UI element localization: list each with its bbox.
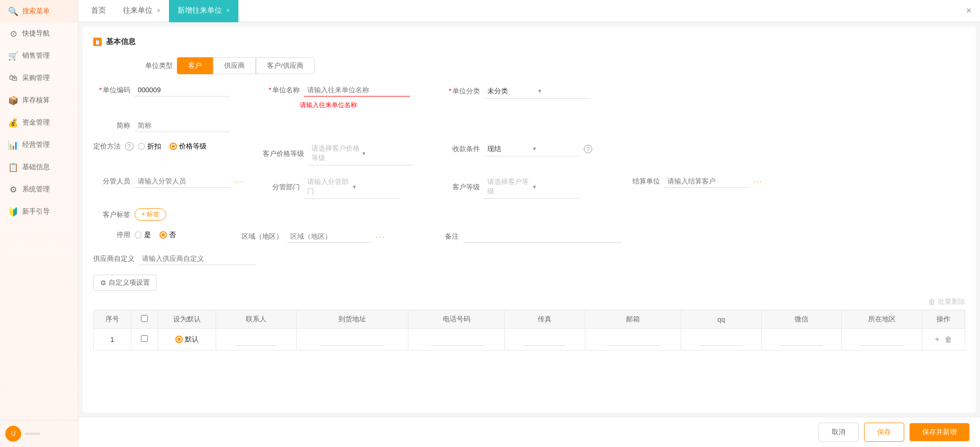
- disabled-radio-group: 是 否: [135, 230, 176, 240]
- payment-terms-select[interactable]: 现结 ▼: [484, 142, 580, 156]
- save-new-button[interactable]: 保存并新增: [910, 423, 969, 441]
- short-name-input[interactable]: [135, 119, 230, 132]
- customer-level-select[interactable]: 请选择客户等级 ▼: [484, 175, 580, 199]
- region-field: 区域（地区） ···: [242, 230, 422, 243]
- disabled-radio-yes[interactable]: 是: [135, 230, 151, 240]
- tab-new-unit-close[interactable]: ×: [226, 7, 230, 14]
- region-input[interactable]: [287, 230, 372, 243]
- th-seq: 序号: [94, 310, 131, 329]
- unit-category-select[interactable]: 未分类 ▼: [484, 84, 590, 99]
- dept-select[interactable]: 请输入分管部门 ▼: [304, 175, 399, 199]
- sidebar-item-system[interactable]: ⚙ 系统管理: [0, 178, 78, 200]
- row-area-input[interactable]: [861, 333, 903, 346]
- btn-supplier[interactable]: 供应商: [213, 57, 256, 74]
- th-phone: 电话号码: [408, 310, 505, 329]
- unit-main-row: *单位编码 *单位名称 请输入往来单位名称 *单位分类 未分类: [93, 84, 965, 110]
- th-wechat: 微信: [761, 310, 842, 329]
- finance-icon: 💰: [8, 118, 18, 127]
- tab-units[interactable]: 往来单位 ×: [114, 0, 169, 22]
- th-checkbox: [131, 310, 158, 329]
- trash-icon: 🗑: [928, 297, 936, 306]
- guide-icon: 🔰: [8, 207, 18, 216]
- inventory-icon: 📦: [8, 95, 18, 105]
- customer-price-level-field: 客户价格等级 请选择客户价格等级 ▼: [263, 142, 443, 165]
- customer-price-select[interactable]: 请选择客户价格等级 ▼: [308, 142, 414, 165]
- row-default-radio[interactable]: 默认: [164, 335, 211, 344]
- add-row-icon[interactable]: +: [934, 335, 939, 344]
- window-close-button[interactable]: ×: [961, 5, 976, 16]
- row-qq-input[interactable]: [700, 333, 742, 346]
- row-contact-input[interactable]: [235, 333, 277, 346]
- sidebar-item-finance[interactable]: 💰 资金管理: [0, 111, 78, 134]
- save-button[interactable]: 保存: [864, 423, 904, 442]
- tab-units-close[interactable]: ×: [157, 7, 161, 14]
- sidebar-item-guide[interactable]: 🔰 新手引导: [0, 200, 78, 223]
- supplier-custom-input[interactable]: [139, 252, 255, 265]
- radio-level-circle: [170, 143, 177, 150]
- sidebar-item-sales[interactable]: 🛒 销售管理: [0, 45, 78, 67]
- unit-type-row: 单位类型 客户 供应商 客户/供应商: [136, 57, 965, 74]
- row-phone-input[interactable]: [430, 333, 483, 346]
- settlement-more-icon[interactable]: ···: [753, 177, 763, 186]
- manager-input[interactable]: [135, 175, 230, 188]
- sidebar-item-quicknav[interactable]: ⊙ 快捷导航: [0, 22, 78, 45]
- row-seq: 1: [94, 329, 131, 350]
- bottom-bar: 取消 保存 保存并新增: [78, 417, 980, 447]
- basic-icon: 📋: [8, 162, 18, 172]
- sales-icon: 🛒: [8, 51, 18, 60]
- pricing-radio-group: 折扣 价格等级: [138, 142, 207, 151]
- remark-input[interactable]: [463, 230, 622, 243]
- add-tag-button[interactable]: + 标签: [135, 208, 166, 221]
- pricing-radio-level[interactable]: 价格等级: [170, 142, 207, 151]
- row-fax-input[interactable]: [523, 333, 566, 346]
- th-region: 所在地区: [842, 310, 922, 329]
- th-default: 设为默认: [158, 310, 216, 329]
- tab-home[interactable]: 首页: [83, 0, 114, 22]
- short-name-row: 简称: [93, 119, 965, 132]
- sidebar-item-basic[interactable]: 📋 基础信息: [0, 156, 78, 178]
- supplier-custom-field: 供应商自定义: [93, 252, 305, 265]
- main-area: 首页 往来单位 × 新增往来单位 × × 📋 基本信息 单位类型 客户 供应商 …: [78, 0, 980, 447]
- section-basic-info: 📋 基本信息: [93, 37, 965, 47]
- pricing-row: 定价方法 ? 折扣 价格等级 客户价格等级: [93, 142, 965, 165]
- btn-customer-supplier[interactable]: 客户/供应商: [256, 57, 315, 74]
- sidebar-item-search[interactable]: 🔍 搜索菜单: [0, 0, 78, 22]
- row-checkbox-input[interactable]: [141, 335, 148, 342]
- pricing-radio-discount[interactable]: 折扣: [138, 142, 161, 151]
- customer-level-arrow: ▼: [532, 184, 576, 190]
- radio-yes-circle: [135, 231, 142, 239]
- settlement-unit-input[interactable]: [664, 175, 749, 188]
- select-all-checkbox[interactable]: [141, 315, 148, 322]
- settings-gear-icon: ⚙: [100, 279, 106, 287]
- unit-name-input[interactable]: [304, 84, 410, 97]
- customer-price-arrow: ▼: [361, 151, 411, 156]
- pricing-help-icon[interactable]: ?: [125, 142, 133, 151]
- customer-level-field: 客户等级 请选择客户等级 ▼: [443, 175, 623, 199]
- sidebar-item-inventory[interactable]: 📦 库存核算: [0, 89, 78, 111]
- cancel-button[interactable]: 取消: [818, 423, 859, 442]
- row-contact: [216, 329, 297, 350]
- region-more-icon[interactable]: ···: [376, 232, 386, 241]
- remark-field: 备注: [422, 230, 965, 243]
- btn-customer[interactable]: 客户: [177, 57, 213, 74]
- tab-new-unit[interactable]: 新增往来单位 ×: [169, 0, 238, 22]
- user-avatar[interactable]: U: [5, 426, 21, 442]
- row-address-input[interactable]: [320, 333, 384, 346]
- delete-row-icon[interactable]: 🗑: [945, 335, 952, 344]
- row-qq: [681, 329, 762, 350]
- payment-help-icon[interactable]: ?: [584, 145, 592, 153]
- th-email: 邮箱: [585, 310, 681, 329]
- radio-no-circle: [159, 231, 167, 239]
- disabled-radio-no[interactable]: 否: [159, 230, 176, 240]
- sidebar-item-operation[interactable]: 📊 经营管理: [0, 134, 78, 156]
- row-wechat-input[interactable]: [780, 333, 823, 346]
- custom-settings-button[interactable]: ⚙ 自定义项设置: [93, 275, 157, 291]
- content-area: 📋 基本信息 单位类型 客户 供应商 客户/供应商 *单位编码: [83, 27, 976, 413]
- manager-more-icon[interactable]: ···: [234, 177, 244, 186]
- settlement-unit-field: 结算单位 ···: [623, 175, 792, 188]
- unit-code-input[interactable]: [135, 84, 230, 97]
- payment-terms-arrow: ▼: [532, 146, 576, 152]
- row-email-input[interactable]: [607, 333, 660, 346]
- sidebar-item-purchase[interactable]: 🛍 采购管理: [0, 67, 78, 89]
- table-row: 1 默认: [94, 329, 965, 350]
